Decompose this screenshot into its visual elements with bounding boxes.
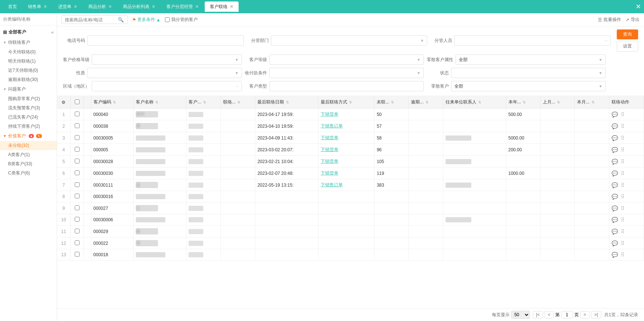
more-action-icon[interactable]: ⠿ — [621, 147, 624, 153]
tab-customer-contact-close[interactable]: ✕ — [230, 4, 233, 9]
last-month-col-header[interactable]: 上月... ⇅ — [540, 96, 574, 109]
name-col-header[interactable]: 客户名称 ⇅ — [133, 96, 186, 109]
sidebar-item-class-b[interactable]: B类客户(33) — [0, 159, 57, 169]
sidebar-search-input[interactable] — [3, 17, 57, 22]
tab-goods-analysis[interactable]: 商品分析 ✕ — [83, 1, 117, 12]
tab-purchase[interactable]: 进货单 ✕ — [53, 1, 82, 12]
row-checkbox[interactable] — [70, 109, 84, 120]
row-checkbox[interactable] — [70, 237, 84, 249]
filter-region-select[interactable]: ··· — [92, 81, 242, 91]
contact-icon[interactable]: 💬 — [612, 240, 618, 246]
type-col-header[interactable]: 客户... ⇅ — [186, 96, 221, 109]
reset-button[interactable]: 设置 — [617, 41, 638, 52]
collapse-icon[interactable]: « — [51, 29, 54, 35]
filter-customer-level-select[interactable]: ▼ — [269, 54, 424, 65]
tab-customer-segment-close[interactable]: ✕ — [195, 4, 199, 9]
unit-contact-col-header[interactable]: 往来单位联系人 ⇅ — [443, 96, 506, 109]
sidebar-all-customers[interactable]: ⊞ 全部客户 « — [0, 27, 57, 38]
contact-icon[interactable]: 💬 — [612, 159, 618, 165]
sidebar-item-lost[interactable]: 已流失客户(24) — [0, 113, 57, 122]
this-month-col-header[interactable]: 本月... ⇅ — [575, 96, 609, 109]
contact-icon[interactable]: 💬 — [612, 229, 618, 234]
last-page-button[interactable]: >| — [591, 311, 601, 318]
filter-search-input[interactable] — [65, 17, 116, 22]
sidebar-item-tomorrow-pending[interactable]: 明天待联络(1) — [0, 57, 57, 66]
tab-goods-analysis-list[interactable]: 商品分析列表 ✕ — [118, 1, 161, 12]
row-checkbox[interactable] — [70, 226, 84, 237]
filter-status-select[interactable]: ▼ — [451, 68, 606, 78]
more-action-icon[interactable]: ⠿ — [621, 112, 624, 117]
tab-bar-close-all[interactable]: ✕ — [636, 3, 641, 11]
my-customers-checkbox[interactable] — [165, 17, 170, 22]
sidebar-item-abnormal[interactable]: 囤购异常客户(2) — [0, 94, 57, 103]
next-page-button[interactable]: > — [580, 311, 590, 318]
more-action-icon[interactable]: ⠿ — [621, 135, 624, 141]
filter-retail-attr-select[interactable]: 全部▼ — [455, 54, 606, 65]
page-number-input[interactable] — [561, 311, 573, 318]
sidebar-section-value[interactable]: ▼ 价值客户 ● ↻ — [0, 131, 57, 141]
contact-icon[interactable]: 💬 — [612, 123, 618, 129]
prev-page-button[interactable]: < — [545, 311, 554, 318]
row-checkbox[interactable] — [70, 214, 84, 226]
sidebar-item-today-pending[interactable]: 今天待联络(0) — [0, 47, 57, 57]
contact-icon[interactable]: 💬 — [612, 112, 618, 117]
tab-customer-contact[interactable]: 客户联络 ✕ — [205, 1, 239, 12]
contact-col-header[interactable]: 联络... ⇅ — [221, 96, 255, 109]
code-col-header[interactable]: 客户编码 ⇅ — [91, 96, 133, 109]
sidebar-item-class-c[interactable]: C类客户(6) — [0, 169, 57, 178]
more-action-icon[interactable]: ⠿ — [621, 240, 624, 246]
contact-icon[interactable]: 💬 — [612, 182, 618, 188]
overdue-col-header[interactable]: 逾期... ⇅ — [409, 96, 443, 109]
contact-icon[interactable]: 💬 — [612, 205, 618, 211]
first-page-button[interactable]: |< — [533, 311, 543, 318]
sidebar-item-7day-pending[interactable]: 近7天待联络(0) — [0, 66, 57, 75]
more-action-icon[interactable]: ⠿ — [621, 217, 624, 223]
contact-icon[interactable]: 💬 — [612, 252, 618, 258]
row-checkbox[interactable] — [70, 202, 84, 214]
row-checkbox[interactable] — [70, 191, 84, 202]
more-action-icon[interactable]: ⠿ — [621, 182, 624, 188]
export-button[interactable]: ↗ 导出 — [626, 17, 640, 23]
more-action-icon[interactable]: ⠿ — [621, 170, 624, 176]
select-all-checkbox[interactable] — [75, 99, 80, 104]
last-contact-date-col-header[interactable]: 最后联络日期 ⇅ — [255, 96, 319, 109]
more-action-icon[interactable]: ⠿ — [621, 205, 624, 211]
page-size-select[interactable]: 50 100 200 — [511, 311, 530, 319]
row-checkbox[interactable] — [70, 156, 84, 167]
filter-nature-select[interactable]: ▼ — [87, 68, 242, 78]
filter-retail-customer-select[interactable]: 全部▼ — [451, 81, 606, 91]
more-action-icon[interactable]: ⠿ — [621, 194, 624, 200]
tab-sales-close[interactable]: ✕ — [43, 4, 47, 9]
sidebar-item-loss-warning[interactable]: 流失预警客户(3) — [0, 103, 57, 113]
filter-payment-select[interactable]: ▼ — [269, 68, 424, 78]
tab-sales[interactable]: 销售单 ✕ — [23, 1, 52, 12]
more-conditions-btn[interactable]: ⚑ 更多条件 ▲ — [132, 17, 161, 23]
row-checkbox[interactable] — [70, 179, 84, 191]
tab-purchase-close[interactable]: ✕ — [74, 4, 77, 9]
row-checkbox[interactable] — [70, 120, 84, 132]
checkbox-col-header[interactable] — [70, 96, 84, 109]
contact-icon[interactable]: 💬 — [612, 135, 618, 141]
contact-icon[interactable]: 💬 — [612, 194, 618, 200]
filter-customer-type-select[interactable] — [269, 81, 424, 91]
sidebar-item-no-group[interactable]: 未分组(32) — [0, 141, 57, 150]
more-action-icon[interactable]: ⠿ — [621, 229, 624, 234]
tab-goods-analysis-close[interactable]: ✕ — [108, 4, 112, 9]
more-action-icon[interactable]: ⠿ — [621, 123, 624, 129]
sidebar-section-pending[interactable]: ▼ 待联络客户 — [0, 38, 57, 47]
contact-icon[interactable]: 💬 — [612, 217, 618, 223]
this-year-col-header[interactable]: 本年... ⇅ — [506, 96, 540, 109]
sidebar-section-problem[interactable]: ▼ 问题客户 — [0, 84, 57, 94]
tab-home[interactable]: 首页 — [3, 1, 22, 12]
no-contact-col-header[interactable]: 未联... ⇅ — [374, 96, 409, 109]
more-action-icon[interactable]: ⠿ — [621, 252, 624, 258]
filter-dept-select[interactable]: ▼ — [271, 35, 427, 46]
settings-col-header[interactable]: ⚙ — [57, 96, 70, 109]
last-contact-way-col-header[interactable]: 最后联络方式 ⇅ — [319, 96, 374, 109]
contact-icon[interactable]: 💬 — [612, 147, 618, 153]
sidebar-item-overdue-pending[interactable]: 逾期未联络(30) — [0, 75, 57, 84]
filter-search-icon[interactable]: 🔍 — [118, 17, 124, 22]
row-checkbox[interactable] — [70, 144, 84, 156]
tab-goods-analysis-list-close[interactable]: ✕ — [152, 4, 155, 9]
sidebar-item-declining[interactable]: 持续下滑客户(2) — [0, 122, 57, 131]
